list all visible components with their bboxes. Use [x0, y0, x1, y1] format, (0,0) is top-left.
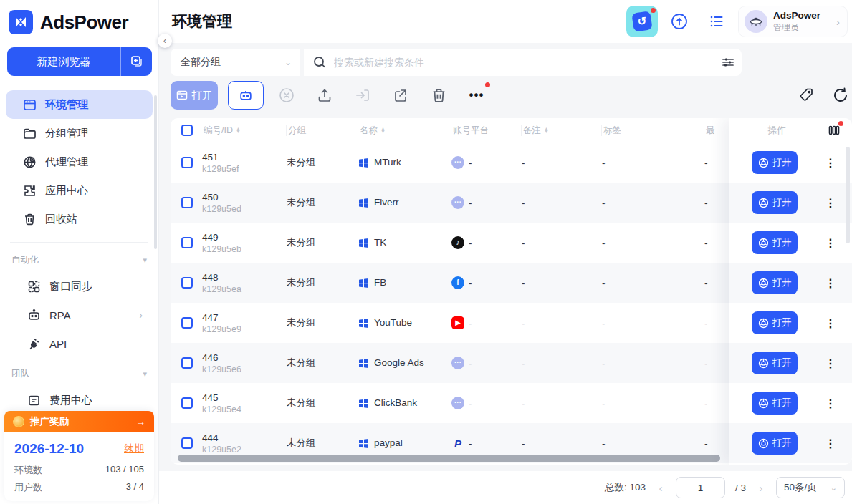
row-menu-button[interactable]: ⋮: [825, 236, 836, 250]
row-name[interactable]: ClickBank: [358, 397, 451, 410]
row-menu-button[interactable]: ⋮: [825, 437, 836, 450]
sidebar-item-billing-center[interactable]: 费用中心: [6, 386, 153, 415]
table-row[interactable]: 446 k129u5e6 未分组 Google Ads ··· - - - -: [171, 343, 729, 383]
section-automation[interactable]: 自动化 ▾: [0, 251, 158, 271]
row-checkbox[interactable]: [181, 357, 193, 369]
table-row[interactable]: 447 k129u5e9 未分组 YouTube ▶ - - - -: [171, 303, 729, 343]
group-filter-select[interactable]: 全部分组 ⌄: [171, 49, 300, 76]
close-browser-button[interactable]: [275, 84, 298, 107]
select-all-checkbox[interactable]: [181, 125, 193, 136]
caret-down-icon[interactable]: ▾: [143, 256, 147, 265]
row-name[interactable]: Google Ads: [358, 357, 451, 369]
team-items: 费用中心: [0, 386, 158, 415]
promo-banner[interactable]: 推广奖励 →: [4, 411, 154, 432]
bulk-rpa-button[interactable]: [228, 81, 264, 110]
sidebar-collapse-button[interactable]: ‹: [158, 34, 172, 48]
column-header-name[interactable]: 名称 ▲▼: [358, 125, 451, 136]
open-browser-button[interactable]: 打开: [752, 392, 798, 415]
sidebar-item-proxies[interactable]: 代理管理: [6, 147, 153, 176]
row-checkbox[interactable]: [181, 437, 193, 449]
sort-icon[interactable]: ▲▼: [236, 127, 241, 134]
row-name[interactable]: FB: [358, 277, 451, 289]
quick-launch-button[interactable]: ↺: [626, 6, 658, 37]
table-row[interactable]: 450 k129u5ed 未分组 Fiverr ··· - - - -: [171, 183, 729, 223]
more-actions-button[interactable]: •••: [465, 84, 488, 107]
renew-link[interactable]: 续期: [124, 442, 144, 455]
column-header-remark[interactable]: 备注 ▲▼: [522, 125, 602, 136]
next-page-button[interactable]: ›: [756, 482, 766, 494]
vertical-scrollbar[interactable]: [846, 147, 850, 243]
open-browser-button[interactable]: 打开: [752, 352, 798, 374]
row-menu-button[interactable]: ⋮: [825, 397, 836, 410]
row-menu-button[interactable]: ⋮: [825, 276, 836, 290]
sidebar-item-api[interactable]: API: [6, 329, 153, 358]
task-list-button[interactable]: [701, 6, 732, 37]
row-name[interactable]: TK: [358, 237, 451, 249]
column-header-id[interactable]: 编号/ID ▲▼: [202, 125, 287, 136]
row-name[interactable]: MTurk: [358, 157, 451, 169]
search-input[interactable]: [334, 57, 722, 68]
row-checkbox[interactable]: [181, 317, 193, 329]
sync-button[interactable]: [664, 6, 695, 37]
filter-sliders-icon[interactable]: [722, 56, 734, 69]
row-menu-button[interactable]: ⋮: [825, 156, 836, 170]
bulk-open-button[interactable]: 打开: [171, 81, 218, 110]
table-row[interactable]: 449 k129u5eb 未分组 TK ♪ - - - -: [171, 223, 729, 263]
row-checkbox[interactable]: [181, 277, 193, 289]
horizontal-scrollbar[interactable]: [178, 455, 720, 462]
chrome-icon: [758, 158, 769, 168]
sort-icon[interactable]: ▲▼: [544, 127, 549, 134]
sidebar-scrollbar[interactable]: [154, 95, 157, 249]
open-browser-button[interactable]: 打开: [752, 432, 798, 455]
section-team[interactable]: 团队 ▾: [0, 365, 158, 384]
sidebar-item-environment[interactable]: 环境管理: [6, 90, 153, 119]
sort-icon[interactable]: ▲▼: [380, 127, 386, 134]
sidebar-item-apps[interactable]: 应用中心: [6, 176, 153, 205]
refresh-button[interactable]: [829, 84, 852, 107]
column-header-last-open[interactable]: 最: [704, 125, 729, 136]
sidebar-item-rpa[interactable]: RPA ›: [6, 301, 153, 329]
caret-down-icon[interactable]: ▾: [143, 369, 147, 379]
table-row[interactable]: 448 k129u5ea 未分组 FB f - - - -: [171, 263, 729, 303]
row-name[interactable]: Fiverr: [358, 197, 451, 209]
open-browser-button[interactable]: 打开: [752, 231, 798, 254]
sidebar-item-window-sync[interactable]: 窗口同步: [6, 272, 153, 301]
row-menu-button[interactable]: ⋮: [825, 316, 836, 330]
sidebar-item-recycle-bin[interactable]: 回收站: [6, 205, 153, 233]
new-browser-button[interactable]: 新建浏览器: [7, 47, 152, 76]
prev-page-button[interactable]: ‹: [656, 482, 666, 494]
user-menu[interactable]: AdsPower 管理员 ›: [738, 6, 848, 37]
import-button[interactable]: [351, 84, 374, 107]
export-upload-button[interactable]: [313, 84, 336, 107]
open-browser-button[interactable]: 打开: [752, 311, 798, 334]
column-header-platform[interactable]: 账号平台: [451, 125, 522, 136]
row-menu-button[interactable]: ⋮: [825, 196, 836, 210]
batch-create-icon[interactable]: [120, 47, 152, 76]
row-checkbox[interactable]: [181, 157, 193, 168]
search-icon: [312, 55, 327, 69]
row-checkbox[interactable]: [181, 197, 193, 208]
column-header-tags[interactable]: 标签: [602, 125, 704, 136]
row-checkbox[interactable]: [181, 237, 193, 248]
open-browser-button[interactable]: 打开: [752, 271, 798, 294]
sidebar-item-groups[interactable]: 分组管理: [6, 119, 153, 147]
row-checkbox[interactable]: [181, 397, 193, 409]
page-number-input[interactable]: [676, 477, 725, 498]
table-row[interactable]: 451 k129u5ef 未分组 MTurk ··· - - - -: [171, 142, 729, 183]
plug-icon: [27, 337, 41, 351]
page-size-select[interactable]: 50条/页 ⌄: [776, 477, 845, 498]
delete-button[interactable]: [427, 84, 450, 107]
row-name[interactable]: paypal: [358, 437, 451, 450]
row-platform-value: -: [469, 158, 472, 168]
column-settings-button[interactable]: [815, 125, 852, 136]
row-group: 未分组: [287, 196, 358, 209]
open-browser-button[interactable]: 打开: [752, 191, 798, 214]
open-browser-button[interactable]: 打开: [752, 151, 798, 174]
column-header-group[interactable]: 分组: [287, 125, 358, 136]
stat-label: 环境数: [14, 464, 42, 477]
row-menu-button[interactable]: ⋮: [825, 357, 836, 370]
table-row[interactable]: 445 k129u5e4 未分组 ClickBank ··· - - - -: [171, 383, 729, 423]
row-name[interactable]: YouTube: [358, 317, 451, 329]
share-button[interactable]: [389, 84, 412, 107]
tags-button[interactable]: [795, 84, 818, 107]
